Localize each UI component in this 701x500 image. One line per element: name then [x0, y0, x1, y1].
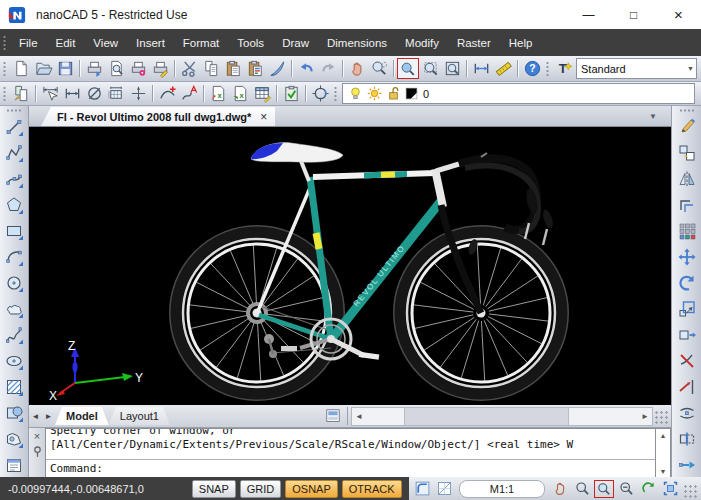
polyline-edit-button[interactable]: [156, 83, 178, 104]
format-painter-button[interactable]: [266, 58, 288, 79]
scrollbar-track[interactable]: [366, 408, 638, 425]
stretch-button[interactable]: [675, 322, 699, 348]
circle-button[interactable]: [2, 270, 26, 296]
otrack-toggle[interactable]: OTRACK: [342, 480, 402, 498]
rectangle-button[interactable]: [2, 218, 26, 244]
wipeout-button[interactable]: [2, 426, 26, 452]
table-button[interactable]: [251, 83, 273, 104]
copy-properties-button[interactable]: [10, 83, 32, 104]
tab-close-icon[interactable]: ×: [260, 112, 267, 122]
menu-file[interactable]: File: [10, 29, 47, 56]
spline-button[interactable]: [2, 322, 26, 348]
close-button[interactable]: ×: [656, 0, 701, 29]
dim-diameter-button[interactable]: [83, 83, 105, 104]
command-pin-icon[interactable]: [33, 446, 42, 457]
distance-button[interactable]: [470, 58, 492, 79]
style-combobox[interactable]: Standard ▼: [576, 58, 697, 79]
rotate-button[interactable]: [675, 270, 699, 296]
text-style-button[interactable]: T: [553, 58, 575, 79]
document-tab[interactable]: Fl - Revol Ultimo 2008 full dwg1.dwg* ×: [41, 107, 275, 126]
layer-color-swatch[interactable]: [404, 86, 419, 101]
region-button[interactable]: [2, 400, 26, 426]
menu-format[interactable]: Format: [174, 29, 228, 56]
tab-model[interactable]: Model: [55, 407, 109, 425]
dim-ordinate-button[interactable]: [105, 83, 127, 104]
menu-dimensions[interactable]: Dimensions: [318, 29, 396, 56]
view-rotate-button[interactable]: [309, 83, 331, 104]
toolbar-grip[interactable]: [546, 61, 549, 77]
polyline-button[interactable]: [2, 140, 26, 166]
copy-object-button[interactable]: [675, 140, 699, 166]
toolbar-grip[interactable]: [334, 86, 337, 102]
menu-help[interactable]: Help: [500, 29, 542, 56]
toolbar-grip[interactable]: [6, 109, 22, 112]
regen-button[interactable]: [638, 480, 658, 498]
zoom-dynamic-button[interactable]: [368, 58, 390, 79]
hatch-button[interactable]: [2, 374, 26, 400]
undo-button[interactable]: [295, 58, 317, 79]
command-scrollbar[interactable]: ▲ ▼: [656, 428, 671, 479]
arc-button[interactable]: [2, 244, 26, 270]
copy-button[interactable]: [200, 58, 222, 79]
polygon-button[interactable]: [2, 192, 26, 218]
menu-raster[interactable]: Raster: [448, 29, 500, 56]
zoom-extents-button[interactable]: [441, 58, 463, 79]
ucs-toggle-button[interactable]: [412, 480, 432, 498]
break-button[interactable]: [675, 400, 699, 426]
save-button[interactable]: [54, 58, 76, 79]
menu-tools[interactable]: Tools: [228, 29, 273, 56]
menu-grip[interactable]: [3, 35, 6, 51]
drawing-canvas[interactable]: REVOL ULTIMO: [29, 127, 671, 405]
paste-special-button[interactable]: [244, 58, 266, 79]
layer-combobox[interactable]: 0: [342, 83, 695, 104]
menu-insert[interactable]: Insert: [127, 29, 174, 56]
pan-button[interactable]: [346, 58, 368, 79]
paste-button[interactable]: [222, 58, 244, 79]
scroll-down-icon[interactable]: ▼: [660, 468, 667, 475]
status-pan-button[interactable]: [550, 480, 570, 498]
scale-button[interactable]: [675, 296, 699, 322]
array-button[interactable]: [675, 218, 699, 244]
status-zoom-in-button[interactable]: [572, 480, 592, 498]
resize-grip[interactable]: [655, 411, 669, 425]
cut-button[interactable]: [178, 58, 200, 79]
trim-button[interactable]: [675, 348, 699, 374]
publish-button[interactable]: [127, 58, 149, 79]
ellipse-button[interactable]: [2, 348, 26, 374]
layer-lock-icon[interactable]: [385, 85, 402, 102]
zoom-object-button[interactable]: [419, 58, 441, 79]
command-window[interactable]: Specify corner of window, or [All/Center…: [45, 428, 656, 479]
scroll-up-icon[interactable]: ▲: [660, 432, 667, 439]
tab-layout1[interactable]: Layout1: [109, 407, 170, 425]
layout-manager-button[interactable]: [322, 407, 344, 425]
menu-draw[interactable]: Draw: [273, 29, 318, 56]
scroll-left-icon[interactable]: ◄: [352, 412, 366, 421]
window-resize-grip[interactable]: [684, 485, 698, 499]
status-zoom-window-button[interactable]: [594, 480, 614, 498]
layer-bulb-icon[interactable]: [347, 85, 364, 102]
command-input[interactable]: Command:: [46, 459, 655, 478]
command-close-icon[interactable]: ×: [34, 432, 40, 441]
open-button[interactable]: [32, 58, 54, 79]
scale-indicator[interactable]: M1:1: [459, 480, 545, 498]
scrollbar-thumb[interactable]: [404, 408, 569, 425]
toolbar-grip[interactable]: [3, 61, 6, 77]
page-setup-button[interactable]: [83, 58, 105, 79]
menu-edit[interactable]: Edit: [47, 29, 85, 56]
menu-modify[interactable]: Modify: [396, 29, 448, 56]
grid-display-button[interactable]: [434, 480, 454, 498]
grid-toggle[interactable]: GRID: [240, 480, 282, 498]
plot-button[interactable]: [149, 58, 171, 79]
horizontal-scrollbar[interactable]: ◄ ►: [351, 407, 653, 426]
move-button[interactable]: [675, 244, 699, 270]
chevron-down-icon[interactable]: ▼: [683, 65, 694, 72]
erase-button[interactable]: [675, 114, 699, 140]
redo-button[interactable]: [317, 58, 339, 79]
offset-button[interactable]: [675, 192, 699, 218]
dim-linear-button[interactable]: [39, 83, 61, 104]
xref-attach-button[interactable]: x: [207, 83, 229, 104]
snap-toggle[interactable]: SNAP: [192, 480, 236, 498]
sheet-manager-button[interactable]: [2, 452, 26, 478]
mirror-button[interactable]: [675, 166, 699, 192]
xref-manage-button[interactable]: x: [229, 83, 251, 104]
